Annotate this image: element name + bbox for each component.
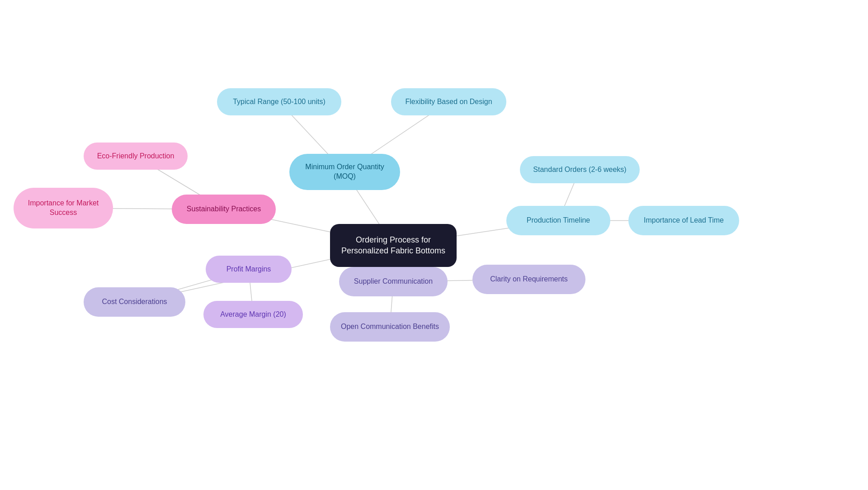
node-center: Ordering Process for Personalized Fabric…	[330, 224, 457, 267]
node-standard_orders: Standard Orders (2-6 weeks)	[520, 156, 640, 183]
node-flexibility: Flexibility Based on Design	[391, 88, 506, 115]
node-typical_range: Typical Range (50-100 units)	[217, 88, 341, 115]
node-production_timeline: Production Timeline	[506, 206, 610, 235]
node-eco_friendly: Eco-Friendly Production	[84, 143, 188, 170]
node-clarity: Clarity on Requirements	[472, 265, 585, 294]
node-sustainability: Sustainability Practices	[172, 195, 276, 224]
node-importance_market: Importance for Market Success	[14, 188, 113, 228]
node-moq: Minimum Order Quantity (MOQ)	[289, 154, 400, 190]
node-cost_considerations: Cost Considerations	[84, 287, 185, 317]
node-average_margin: Average Margin (20)	[203, 301, 303, 328]
node-open_comm: Open Communication Benefits	[330, 312, 450, 342]
node-importance_lead: Importance of Lead Time	[628, 206, 739, 235]
node-profit_margins: Profit Margins	[206, 256, 292, 283]
node-supplier_comm: Supplier Communication	[339, 267, 448, 296]
